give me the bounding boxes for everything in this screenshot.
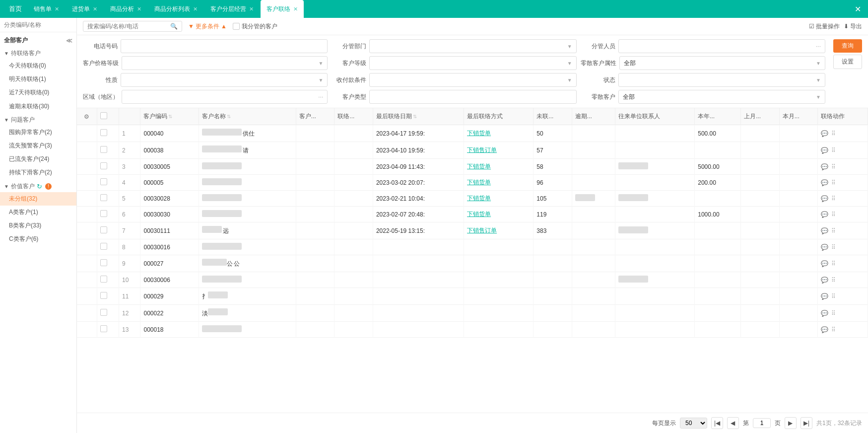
td-select[interactable]	[97, 272, 119, 288]
action-grid-icon[interactable]: ⠿	[831, 260, 836, 267]
action-grid-icon[interactable]: ⠿	[831, 293, 836, 300]
tab-purchase-close[interactable]: ✕	[93, 6, 97, 12]
tab-product-analysis-list[interactable]: 商品分析列表 ✕	[148, 0, 203, 18]
tab-customer-contact-close[interactable]: ✕	[293, 6, 298, 12]
last-page-button[interactable]: ▶|	[801, 417, 812, 429]
adv-select-customer-tier[interactable]: ▼	[369, 56, 576, 70]
action-message-icon[interactable]: 💬	[821, 260, 828, 267]
th-customer-name[interactable]: 客户名称⇅	[199, 108, 296, 125]
sidebar-all-customers-header[interactable]: 全部客户 ≪	[0, 32, 76, 47]
tab-customer-tiering-close[interactable]: ✕	[249, 6, 254, 12]
tab-customer-contact[interactable]: 客户联络 ✕	[261, 0, 304, 18]
first-page-button[interactable]: |◀	[711, 417, 723, 429]
action-message-icon[interactable]: 💬	[821, 293, 828, 300]
action-grid-icon[interactable]: ⠿	[831, 195, 836, 202]
window-close-button[interactable]: ✕	[852, 4, 864, 14]
td-select[interactable]	[97, 142, 119, 159]
sidebar-item-unclassified[interactable]: 未分组(32)	[0, 192, 76, 206]
nav-home[interactable]: 首页	[4, 4, 27, 13]
th-checkbox[interactable]	[97, 108, 119, 125]
td-select[interactable]	[97, 305, 119, 322]
td-select[interactable]	[97, 125, 119, 142]
sidebar-search-input[interactable]	[4, 21, 77, 28]
filter-more-conditions[interactable]: ▼ 更多条件 ▲	[188, 22, 227, 31]
adv-select-status[interactable]: ▼	[618, 73, 825, 87]
tab-product-analysis[interactable]: 商品分析 ✕	[104, 0, 147, 18]
th-settings[interactable]: ⚙	[77, 108, 97, 125]
th-last-contact-date[interactable]: 最后联络日期⇅	[373, 108, 464, 125]
sidebar-pending-group[interactable]: ▼ 待联络客户	[0, 47, 76, 59]
action-message-icon[interactable]: 💬	[821, 130, 828, 137]
action-grid-icon[interactable]: ⠿	[831, 310, 836, 317]
filter-search-input[interactable]	[87, 23, 170, 30]
action-grid-icon[interactable]: ⠿	[831, 147, 836, 154]
action-message-icon[interactable]: 💬	[821, 326, 828, 333]
sidebar-item-overdue[interactable]: 逾期未联络(30)	[0, 100, 76, 113]
sidebar-value-group[interactable]: ▼ 价值客户 ↻ !	[0, 180, 76, 192]
action-message-icon[interactable]: 💬	[821, 277, 828, 284]
batch-op-button[interactable]: ☑ 批量操作	[809, 22, 840, 31]
tab-sales[interactable]: 销售单 ✕	[28, 0, 65, 18]
action-message-icon[interactable]: 💬	[821, 310, 828, 317]
action-grid-icon[interactable]: ⠿	[831, 326, 836, 333]
adv-select-nature[interactable]: ▼	[121, 73, 328, 87]
td-select[interactable]	[97, 239, 119, 255]
td-select[interactable]	[97, 322, 119, 338]
action-grid-icon[interactable]: ⠿	[831, 244, 836, 251]
sidebar-problem-group[interactable]: ▼ 问题客户	[0, 113, 76, 126]
td-select[interactable]	[97, 191, 119, 207]
sidebar-item-class-a[interactable]: A类客户(1)	[0, 206, 76, 219]
adv-select-dept[interactable]: ▼	[369, 39, 576, 53]
tab-sales-close[interactable]: ✕	[55, 6, 59, 12]
action-message-icon[interactable]: 💬	[821, 195, 828, 202]
action-message-icon[interactable]: 💬	[821, 147, 828, 154]
sidebar-item-churned[interactable]: 已流失客户(24)	[0, 152, 76, 166]
sidebar-item-today-pending[interactable]: 今天待联络(0)	[0, 59, 76, 72]
current-page-input[interactable]	[753, 418, 771, 428]
adv-input-region[interactable]: ···	[122, 90, 328, 104]
td-select[interactable]	[97, 175, 119, 191]
td-select[interactable]	[97, 159, 119, 175]
td-select[interactable]	[97, 288, 119, 305]
adv-select-retail-attr[interactable]: 全部▼	[619, 56, 825, 70]
sidebar-item-week-pending[interactable]: 近7天待联络(0)	[0, 86, 76, 99]
sidebar-item-class-b[interactable]: B类客户(33)	[0, 219, 76, 232]
my-customer-checkbox[interactable]: 我分管的客户	[233, 22, 277, 31]
action-message-icon[interactable]: 💬	[821, 163, 828, 170]
tab-product-analysis-close[interactable]: ✕	[137, 6, 141, 12]
sidebar-item-tomorrow-pending[interactable]: 明天待联络(1)	[0, 72, 76, 86]
action-grid-icon[interactable]: ⠿	[831, 179, 836, 186]
action-message-icon[interactable]: 💬	[821, 227, 828, 234]
sidebar-item-hoarding-abnormal[interactable]: 囤购异常客户(2)	[0, 126, 76, 139]
query-button[interactable]: 查询	[833, 39, 862, 53]
sidebar-item-churn-warning[interactable]: 流失预警客户(3)	[0, 139, 76, 152]
action-message-icon[interactable]: 💬	[821, 179, 828, 186]
td-select[interactable]	[97, 255, 119, 272]
next-page-button[interactable]: ▶	[785, 417, 797, 429]
sidebar-item-declining[interactable]: 持续下滑客户(2)	[0, 166, 76, 179]
reset-button[interactable]: 设置	[833, 55, 862, 69]
action-grid-icon[interactable]: ⠿	[831, 130, 836, 137]
tab-customer-tiering[interactable]: 客户分层经营 ✕	[204, 0, 260, 18]
settings-gear-icon[interactable]: ⚙	[84, 113, 89, 120]
action-message-icon[interactable]: 💬	[821, 244, 828, 251]
td-select[interactable]	[97, 222, 119, 239]
sidebar-item-class-c[interactable]: C类客户(6)	[0, 232, 76, 246]
action-grid-icon[interactable]: ⠿	[831, 227, 836, 234]
action-grid-icon[interactable]: ⠿	[831, 163, 836, 170]
adv-input-manager[interactable]: ···	[618, 39, 825, 53]
filter-search-icon[interactable]: 🔍	[170, 23, 178, 30]
sidebar-collapse-icon[interactable]: ≪	[66, 37, 72, 44]
action-message-icon[interactable]: 💬	[821, 211, 828, 218]
per-page-select[interactable]: 50 100 200	[680, 418, 707, 429]
th-customer-code[interactable]: 客户编码⇅	[140, 108, 199, 125]
value-refresh-icon[interactable]: ↻	[37, 183, 42, 190]
action-grid-icon[interactable]: ⠿	[831, 277, 836, 284]
adv-input-customer-type[interactable]	[369, 90, 576, 104]
adv-select-payment[interactable]: ▼	[369, 73, 576, 87]
my-customer-check[interactable]	[233, 23, 240, 30]
adv-select-price-tier[interactable]: ▼	[122, 56, 328, 70]
adv-select-retail-customer[interactable]: 全部▼	[618, 90, 825, 104]
select-all-checkbox[interactable]	[100, 112, 107, 119]
export-button[interactable]: ⬇ 导出	[844, 22, 862, 31]
